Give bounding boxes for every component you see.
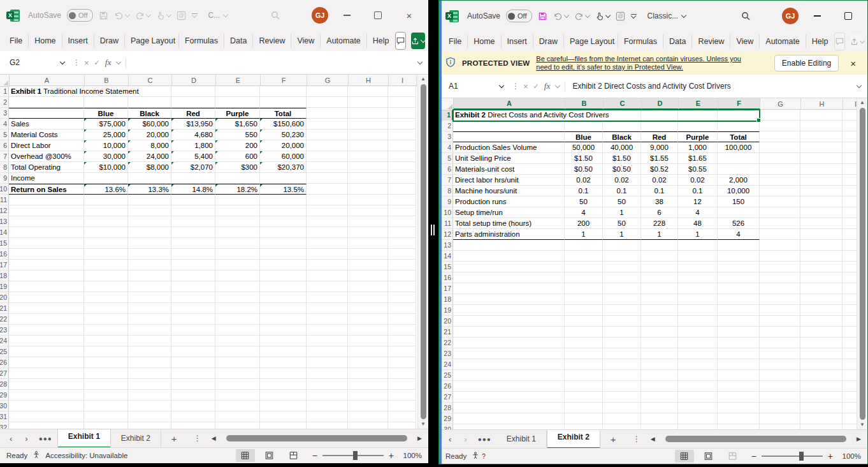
cell-C32[interactable] bbox=[128, 422, 171, 429]
protected-view-message-line2[interactable]: need to edit, it's safer to stay in Prot… bbox=[536, 63, 741, 71]
cell-D14[interactable] bbox=[641, 251, 678, 262]
cell-C3[interactable]: Black bbox=[128, 108, 171, 119]
comments-button[interactable] bbox=[834, 33, 845, 50]
sheet-nav-more-icon[interactable]: ●●● bbox=[474, 436, 495, 443]
cell-G22[interactable] bbox=[307, 314, 348, 325]
cell-C31[interactable] bbox=[128, 411, 171, 422]
cell-D14[interactable] bbox=[171, 227, 215, 238]
cell-C26[interactable] bbox=[128, 357, 171, 368]
cell-D21[interactable] bbox=[641, 327, 678, 337]
cell-H28[interactable] bbox=[348, 379, 388, 390]
cell-C15[interactable] bbox=[603, 262, 641, 272]
cell-I11[interactable] bbox=[388, 195, 416, 205]
cell-C6[interactable]: $0.50 bbox=[603, 164, 641, 175]
cell-G21[interactable] bbox=[760, 327, 800, 337]
cell-I14[interactable] bbox=[843, 251, 857, 262]
cell-D25[interactable] bbox=[641, 370, 678, 381]
cell-B11[interactable] bbox=[84, 195, 128, 205]
cell-B8[interactable]: $10,000 bbox=[84, 162, 128, 173]
cell-D31[interactable] bbox=[171, 411, 215, 422]
cell-F9[interactable]: 150 bbox=[718, 196, 760, 207]
cell-A27[interactable] bbox=[453, 392, 565, 403]
cell-A8[interactable]: Machine hours/unit bbox=[453, 186, 565, 196]
cell-H21[interactable] bbox=[800, 327, 843, 337]
cell-B16[interactable] bbox=[84, 249, 128, 260]
cell-G29[interactable] bbox=[760, 413, 800, 424]
cell-G31[interactable] bbox=[307, 411, 348, 422]
cell-A13[interactable] bbox=[453, 240, 565, 251]
cell-H3[interactable] bbox=[800, 131, 843, 142]
cell-B18[interactable] bbox=[565, 294, 603, 305]
cell-I29[interactable] bbox=[388, 390, 416, 401]
cell-E12[interactable] bbox=[215, 205, 260, 216]
page-break-view-icon[interactable] bbox=[284, 449, 303, 462]
cell-D3[interactable]: Red bbox=[171, 108, 215, 119]
cell-I30[interactable] bbox=[843, 424, 857, 429]
cell-I20[interactable] bbox=[843, 316, 857, 327]
column-header-E[interactable]: E bbox=[216, 75, 261, 86]
cell-D24[interactable] bbox=[641, 359, 678, 370]
cell-H20[interactable] bbox=[800, 316, 843, 327]
row-header-9[interactable]: 9 bbox=[0, 173, 9, 184]
cell-F23[interactable] bbox=[718, 348, 760, 359]
cell-B4[interactable]: $75,000 bbox=[84, 119, 128, 130]
cell-A3[interactable] bbox=[9, 108, 84, 119]
cell-I29[interactable] bbox=[843, 413, 857, 424]
zoom-level[interactable]: 100% bbox=[399, 452, 422, 459]
row-header-31[interactable]: 31 bbox=[0, 411, 9, 422]
zoom-in-button[interactable]: + bbox=[828, 451, 833, 461]
ribbon-tab-draw[interactable]: Draw bbox=[533, 34, 564, 48]
column-header-H[interactable]: H bbox=[349, 75, 389, 86]
cell-B29[interactable] bbox=[84, 390, 128, 401]
accessibility-icon[interactable] bbox=[472, 451, 479, 461]
cell-H11[interactable] bbox=[800, 218, 843, 229]
cell-B19[interactable] bbox=[84, 281, 128, 292]
cell-E20[interactable] bbox=[678, 316, 718, 327]
cell-H13[interactable] bbox=[348, 216, 388, 227]
cell-D17[interactable] bbox=[171, 260, 215, 271]
cell-C17[interactable] bbox=[128, 260, 171, 271]
cell-H10[interactable] bbox=[348, 184, 388, 195]
scroll-up-icon[interactable]: ▲ bbox=[860, 100, 865, 106]
cell-F4[interactable]: 100,000 bbox=[718, 142, 760, 153]
cell-D21[interactable] bbox=[171, 303, 215, 314]
cell-B27[interactable] bbox=[84, 368, 128, 379]
cell-C28[interactable] bbox=[603, 403, 641, 413]
cell-E11[interactable]: 48 bbox=[678, 218, 718, 229]
cell-H19[interactable] bbox=[348, 281, 388, 292]
cell-C9[interactable]: 50 bbox=[603, 196, 641, 207]
cell-H1[interactable] bbox=[348, 86, 388, 97]
cell-C27[interactable] bbox=[128, 368, 171, 379]
cell-C13[interactable] bbox=[603, 240, 641, 251]
cell-F15[interactable] bbox=[718, 262, 760, 272]
cell-H22[interactable] bbox=[800, 337, 843, 348]
scroll-left-icon[interactable]: ◀ bbox=[212, 435, 216, 441]
ribbon-tab-file[interactable]: File bbox=[443, 34, 468, 48]
cell-C20[interactable] bbox=[128, 292, 171, 303]
cell-G12[interactable] bbox=[760, 229, 800, 240]
cell-G11[interactable] bbox=[307, 195, 348, 205]
cell-I18[interactable] bbox=[388, 271, 416, 281]
cell-F12[interactable] bbox=[260, 205, 307, 216]
names-icon[interactable]: @ bbox=[616, 11, 625, 21]
sheet-grid-right[interactable]: ABCDEFGHI1Exhibit 2 Direct Costs and Act… bbox=[439, 98, 857, 429]
cell-G2[interactable] bbox=[760, 121, 800, 131]
cell-D4[interactable]: 9,000 bbox=[641, 142, 678, 153]
cell-F15[interactable] bbox=[260, 238, 307, 249]
cell-F11[interactable]: 526 bbox=[718, 218, 760, 229]
cell-I2[interactable] bbox=[388, 97, 416, 108]
cell-E1[interactable] bbox=[215, 86, 260, 97]
cell-E13[interactable] bbox=[678, 240, 718, 251]
cell-A10[interactable]: Setup time/run bbox=[453, 207, 565, 218]
cell-H13[interactable] bbox=[800, 240, 843, 251]
cell-F5[interactable] bbox=[718, 153, 760, 164]
cell-A2[interactable] bbox=[453, 121, 565, 131]
cell-G24[interactable] bbox=[307, 336, 348, 346]
cell-F2[interactable] bbox=[718, 121, 760, 131]
cell-C6[interactable]: 8,000 bbox=[128, 140, 171, 151]
cell-B3[interactable]: Blue bbox=[565, 131, 603, 142]
cell-D28[interactable] bbox=[171, 379, 215, 390]
cell-I9[interactable] bbox=[843, 196, 857, 207]
cell-G18[interactable] bbox=[307, 271, 348, 281]
sheet-tab-exhibit-1[interactable]: Exhibit 1 bbox=[57, 429, 111, 448]
